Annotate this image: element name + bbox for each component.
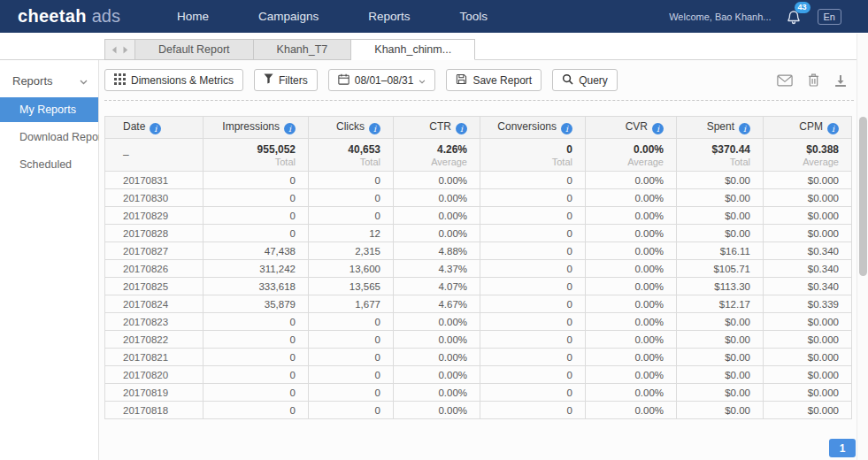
table-row: 2017082747,4382,3154.88%00.00%$16.11$0.3… — [105, 242, 852, 260]
dimensions-metrics-button[interactable]: Dimensions & Metrics — [104, 69, 243, 91]
value-cell: 0 — [309, 172, 394, 189]
scrollbar-thumb[interactable] — [859, 117, 867, 276]
info-icon[interactable]: i — [456, 123, 467, 134]
email-icon[interactable] — [777, 74, 793, 87]
notifications-button[interactable]: 43 — [786, 9, 803, 25]
value-cell: 0 — [309, 366, 394, 384]
notification-badge: 43 — [795, 2, 810, 13]
download-icon[interactable] — [834, 74, 847, 87]
value-cell: 0 — [480, 313, 586, 331]
table-row: 20170818000.00%00.00%$0.00$0.000 — [105, 402, 852, 419]
date-cell: 20170830 — [105, 189, 204, 207]
nav-item-reports[interactable]: Reports — [368, 10, 410, 23]
table-row: 20170822000.00%00.00%$0.00$0.000 — [105, 331, 852, 349]
date-cell: 20170824 — [105, 295, 204, 313]
value-cell: $0.000 — [764, 313, 852, 331]
nav-item-home[interactable]: Home — [177, 10, 209, 23]
sidebar-item-scheduled[interactable]: Scheduled — [0, 152, 98, 177]
value-cell: 0.00% — [586, 225, 677, 242]
language-selector[interactable]: En — [818, 9, 841, 25]
info-icon[interactable]: i — [369, 123, 380, 134]
value-cell: $0.00 — [677, 313, 764, 331]
value-cell: 2,315 — [309, 242, 394, 260]
value-cell: 0.00% — [586, 366, 677, 384]
info-icon[interactable]: i — [150, 123, 161, 134]
value-cell: 0.00% — [586, 260, 677, 278]
value-cell: 0 — [204, 366, 309, 384]
value-cell: $0.00 — [677, 189, 764, 207]
value-cell: 0 — [204, 207, 309, 225]
value-cell: 0 — [480, 172, 586, 189]
sidebar-item-download-report[interactable]: Download Report — [0, 125, 98, 150]
info-icon[interactable]: i — [284, 123, 296, 134]
tab-strip: Default Report Khanh_T7 Khanh_chinm... — [0, 33, 868, 60]
query-button[interactable]: Query — [552, 69, 618, 91]
toolbar-divider — [104, 100, 854, 101]
sidebar-section-label: Reports — [12, 74, 53, 88]
report-action-icons — [777, 73, 847, 87]
date-range-button[interactable]: 08/01–08/31 — [328, 69, 436, 91]
pagination-page-1-button[interactable]: 1 — [829, 439, 856, 457]
tab-khanh-t7[interactable]: Khanh_T7 — [254, 39, 352, 60]
value-cell: 47,438 — [204, 242, 309, 260]
column-header-clicks: Clicksi — [309, 117, 394, 139]
value-cell: $16.11 — [677, 242, 764, 260]
column-header-spent: Spenti — [677, 117, 764, 139]
value-cell: 0 — [309, 207, 394, 225]
total-value-cell: 0Total — [480, 139, 586, 172]
main-content: Dimensions & Metrics Filters 08/01–08/31… — [99, 60, 868, 460]
value-cell: $0.00 — [677, 349, 764, 366]
info-icon[interactable]: i — [652, 123, 664, 134]
date-cell: 20170819 — [105, 384, 204, 402]
value-cell: 0 — [480, 349, 586, 366]
tab-khanh-chinm-active[interactable]: Khanh_chinm... — [351, 39, 475, 60]
value-cell: 12 — [309, 225, 394, 242]
tab-scroll-left-icon[interactable] — [111, 42, 117, 58]
value-cell: 311,242 — [204, 260, 309, 278]
filters-button[interactable]: Filters — [254, 69, 318, 91]
tab-scroll-right-icon[interactable] — [123, 42, 128, 58]
welcome-text: Welcome, Bao Khanh... — [669, 12, 771, 22]
chevron-down-icon — [80, 74, 88, 88]
info-icon[interactable]: i — [561, 123, 572, 134]
nav-item-campaigns[interactable]: Campaigns — [258, 10, 319, 23]
sidebar-item-my-reports[interactable]: My Reports — [0, 97, 98, 122]
value-cell: $0.000 — [764, 225, 852, 242]
info-icon[interactable]: i — [739, 123, 750, 134]
value-cell: 0 — [480, 295, 586, 313]
value-cell: 4.37% — [394, 260, 480, 278]
date-cell: 20170821 — [105, 349, 204, 366]
save-report-button[interactable]: Save Report — [446, 69, 542, 91]
value-cell: 0 — [309, 349, 394, 366]
value-cell: 4.67% — [394, 295, 480, 313]
tab-scroll-arrows[interactable] — [104, 39, 135, 60]
logo-text-bold: cheetah — [18, 6, 87, 27]
value-cell: 0.00% — [394, 402, 480, 419]
value-cell: $0.00 — [677, 402, 764, 419]
logo-text-light: ads — [92, 6, 120, 27]
value-cell: 0 — [480, 366, 586, 384]
tab-default-report[interactable]: Default Report — [135, 39, 254, 60]
column-header-cpm: CPMi — [764, 117, 852, 139]
trash-icon[interactable] — [808, 73, 819, 87]
nav-item-tools[interactable]: Tools — [460, 10, 488, 23]
value-cell: 0 — [480, 189, 586, 207]
brand-logo[interactable]: cheetah ads — [18, 6, 120, 27]
vertical-scrollbar[interactable] — [856, 34, 868, 460]
bell-icon — [786, 12, 802, 27]
value-cell: 0.00% — [394, 172, 480, 189]
value-cell: 0 — [480, 278, 586, 295]
table-total-row: –955,052Total40,653Total4.26%Average0Tot… — [105, 139, 852, 172]
info-icon[interactable]: i — [827, 123, 839, 134]
total-value-cell: 955,052Total — [204, 139, 309, 172]
total-value-cell: 40,653Total — [309, 139, 394, 172]
total-value-cell: 0.00%Average — [586, 139, 677, 172]
value-cell: 0 — [309, 313, 394, 331]
total-date-cell: – — [105, 139, 204, 172]
sidebar-section-reports[interactable]: Reports — [0, 67, 98, 95]
table-row: 20170823000.00%00.00%$0.00$0.000 — [105, 313, 852, 331]
value-cell: 0 — [204, 384, 309, 402]
sidebar: Reports My Reports Download Report Sched… — [0, 60, 99, 460]
value-cell: 0 — [204, 172, 309, 189]
column-label: CTR — [429, 120, 451, 133]
